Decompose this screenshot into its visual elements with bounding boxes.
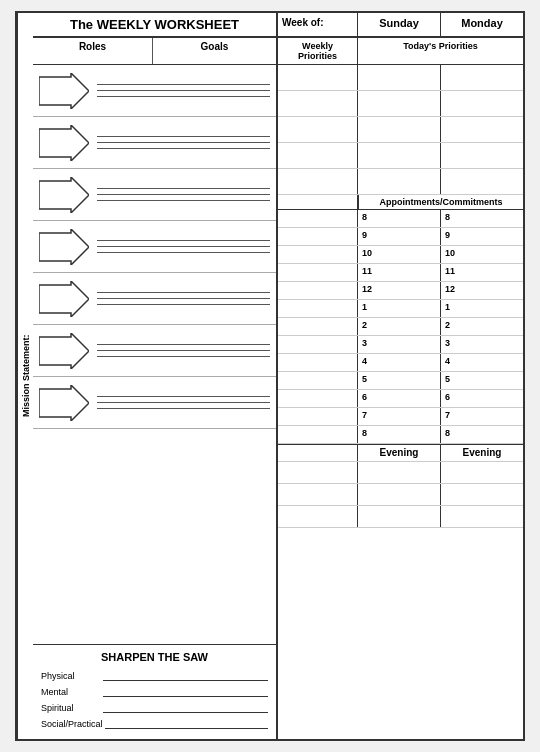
time-row-9: 9 9 [278, 228, 523, 246]
sharpen-mental: Mental [41, 685, 268, 697]
goal-lines-3 [95, 184, 276, 205]
sharpen-the-saw-section: SHARPEN THE SAW Physical Mental Spiritua… [33, 644, 276, 739]
weekly-empty [278, 462, 358, 483]
monday-empty [441, 506, 523, 527]
worksheet-title: The WEEKLY WORKSHEET [70, 17, 239, 32]
role-row [33, 65, 276, 117]
roles-section [33, 65, 276, 644]
empty-row-1 [278, 462, 523, 484]
monday-time-8b: 8 [441, 426, 523, 443]
week-of-label: Week of: [282, 17, 324, 28]
arrow-icon-1 [33, 69, 95, 113]
weekly-time-cell [278, 210, 358, 227]
weekly-time-cell [278, 336, 358, 353]
time-row-2: 2 2 [278, 318, 523, 336]
sunday-time-2: 2 [358, 318, 441, 335]
goal-lines-4 [95, 236, 276, 257]
svg-marker-2 [39, 177, 89, 213]
weekly-time-cell [278, 264, 358, 281]
arrow-icon-4 [33, 225, 95, 269]
sunday-time-4: 4 [358, 354, 441, 371]
svg-marker-4 [39, 281, 89, 317]
monday-cell [441, 169, 523, 194]
arrow-icon-6 [33, 329, 95, 373]
sunday-empty [358, 462, 441, 483]
monday-time-12: 12 [441, 282, 523, 299]
weekly-evening-cell [278, 445, 358, 461]
monday-cell [441, 65, 523, 90]
sunday-cell [358, 91, 441, 116]
empty-row-3 [278, 506, 523, 528]
sunday-cell [358, 143, 441, 168]
time-row-10: 10 10 [278, 246, 523, 264]
sunday-time-12: 12 [358, 282, 441, 299]
time-row-4: 4 4 [278, 354, 523, 372]
goal-lines-6 [95, 340, 276, 361]
sharpen-social: Social/Practical [41, 717, 268, 729]
sunday-time-8b: 8 [358, 426, 441, 443]
monday-time-8: 8 [441, 210, 523, 227]
blank-row-5 [278, 169, 523, 195]
sunday-evening: Evening [358, 445, 441, 461]
monday-time-5: 5 [441, 372, 523, 389]
weekly-empty [278, 484, 358, 505]
monday-time-6: 6 [441, 390, 523, 407]
sunday-time-5: 5 [358, 372, 441, 389]
sunday-cell [358, 169, 441, 194]
monday-cell [441, 91, 523, 116]
weekly-time-cell [278, 390, 358, 407]
empty-row-2 [278, 484, 523, 506]
sunday-time-6: 6 [358, 390, 441, 407]
time-row-11: 11 11 [278, 264, 523, 282]
weekly-time-cell [278, 228, 358, 245]
blank-row-4 [278, 143, 523, 169]
goal-lines-1 [95, 80, 276, 101]
goal-lines-7 [95, 392, 276, 413]
weekly-time-cell [278, 372, 358, 389]
appointments-label: Appointments/Commitments [358, 195, 523, 209]
monday-time-2: 2 [441, 318, 523, 335]
blank-row-1 [278, 65, 523, 91]
monday-empty [441, 484, 523, 505]
weekly-time-cell [278, 282, 358, 299]
sunday-time-11: 11 [358, 264, 441, 281]
mission-statement-label: Mission Statement: [17, 13, 33, 739]
sunday-time-9: 9 [358, 228, 441, 245]
svg-marker-3 [39, 229, 89, 265]
svg-marker-1 [39, 125, 89, 161]
weekly-cell [278, 143, 358, 168]
weekly-empty [278, 506, 358, 527]
weekly-priorities-subheader: Weekly Priorities [278, 38, 358, 64]
time-row-6: 6 6 [278, 390, 523, 408]
svg-marker-0 [39, 73, 89, 109]
blank-row-3 [278, 117, 523, 143]
svg-marker-6 [39, 385, 89, 421]
sunday-empty [358, 484, 441, 505]
weekly-cell [278, 117, 358, 142]
weekly-time-cell [278, 318, 358, 335]
mental-label: Mental [41, 687, 101, 697]
weekly-time-cell [278, 246, 358, 263]
sunday-header: Sunday [358, 13, 441, 36]
monday-evening: Evening [441, 445, 523, 461]
role-row [33, 325, 276, 377]
weekly-cell [278, 91, 358, 116]
arrow-icon-3 [33, 173, 95, 217]
arrow-icon-5 [33, 277, 95, 321]
sharpen-title: SHARPEN THE SAW [41, 651, 268, 663]
monday-cell [441, 117, 523, 142]
monday-time-11: 11 [441, 264, 523, 281]
roles-subheader: Roles [33, 38, 153, 64]
weekly-time-cell [278, 426, 358, 443]
time-row-8a: 8 8 [278, 210, 523, 228]
monday-time-10: 10 [441, 246, 523, 263]
role-row [33, 221, 276, 273]
weekly-cell [278, 65, 358, 90]
monday-time-1: 1 [441, 300, 523, 317]
monday-cell [441, 143, 523, 168]
weekly-time-cell [278, 408, 358, 425]
sunday-time-10: 10 [358, 246, 441, 263]
appointments-header-row: Appointments/Commitments [278, 195, 523, 210]
monday-time-7: 7 [441, 408, 523, 425]
arrow-icon-2 [33, 121, 95, 165]
